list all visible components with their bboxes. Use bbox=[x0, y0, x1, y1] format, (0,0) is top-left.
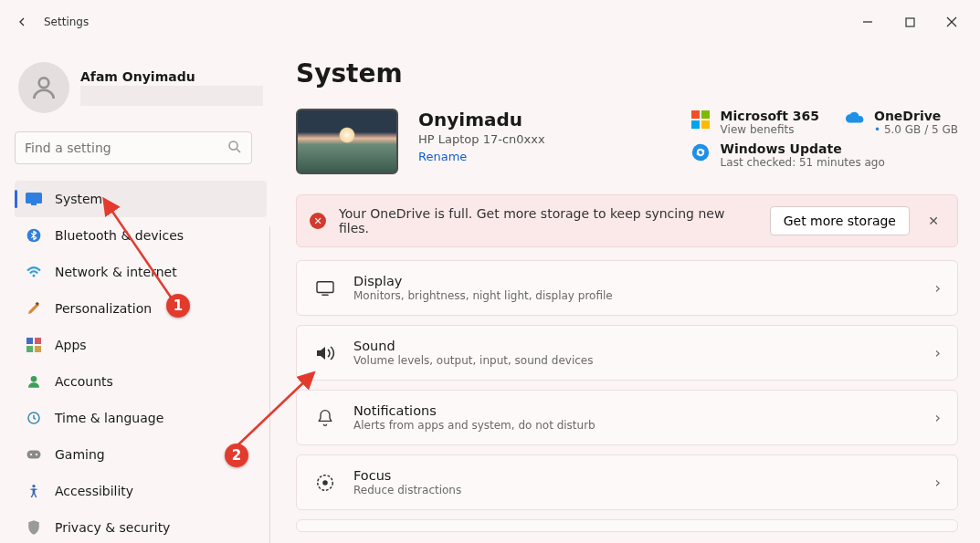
nav-item-personalization[interactable]: Personalization bbox=[15, 290, 267, 327]
chevron-right-icon: › bbox=[935, 279, 941, 297]
sidebar-scrollbar[interactable] bbox=[269, 226, 270, 543]
svg-rect-7 bbox=[26, 193, 42, 204]
focus-icon bbox=[313, 471, 337, 495]
search-input[interactable] bbox=[15, 131, 252, 164]
nav-item-system[interactable]: System bbox=[15, 181, 267, 217]
nav-item-time[interactable]: Time & language bbox=[15, 400, 267, 436]
card-title: Notifications bbox=[353, 403, 595, 418]
card-peek bbox=[296, 519, 958, 532]
card-title: Focus bbox=[353, 468, 461, 483]
tile-title: OneDrive bbox=[874, 109, 958, 123]
svg-point-5 bbox=[229, 141, 237, 150]
shield-icon bbox=[26, 519, 42, 536]
error-icon: ✕ bbox=[310, 213, 326, 229]
pc-model: HP Laptop 17-cn0xxx bbox=[418, 132, 545, 146]
user-profile[interactable]: Afam Onyimadu bbox=[15, 55, 267, 128]
minimize-icon bbox=[862, 16, 873, 27]
bluetooth-icon bbox=[26, 227, 42, 244]
svg-rect-18 bbox=[27, 451, 41, 459]
nav-label: Bluetooth & devices bbox=[55, 228, 184, 243]
nav-item-bluetooth[interactable]: Bluetooth & devices bbox=[15, 217, 267, 254]
account-icon bbox=[26, 373, 42, 390]
page-title: System bbox=[296, 58, 958, 89]
close-icon bbox=[946, 16, 957, 27]
svg-rect-15 bbox=[35, 346, 41, 352]
maximize-button[interactable] bbox=[889, 7, 931, 37]
search-box[interactable] bbox=[15, 131, 252, 164]
nav-item-privacy[interactable]: Privacy & security bbox=[15, 509, 267, 543]
content-area: Afam Onyimadu System Bluetooth & devices… bbox=[0, 44, 980, 543]
nav-label: Network & internet bbox=[55, 265, 177, 279]
status-tiles: Microsoft 365 View benefits OneDrive 5.0… bbox=[691, 109, 958, 169]
svg-rect-14 bbox=[26, 346, 33, 352]
svg-line-6 bbox=[237, 149, 240, 152]
nav-label: Gaming bbox=[55, 447, 105, 462]
tile-title: Microsoft 365 bbox=[721, 109, 819, 123]
tile-microsoft365[interactable]: Microsoft 365 View benefits bbox=[691, 109, 819, 136]
tile-title: Windows Update bbox=[721, 141, 885, 156]
tile-sub: View benefits bbox=[721, 123, 819, 136]
user-email-redacted bbox=[80, 86, 263, 106]
card-sub: Reduce distractions bbox=[353, 484, 461, 496]
svg-rect-8 bbox=[31, 204, 37, 205]
tile-sub: 5.0 GB / 5 GB bbox=[874, 123, 958, 136]
svg-point-26 bbox=[691, 144, 708, 161]
tile-onedrive[interactable]: OneDrive 5.0 GB / 5 GB bbox=[845, 109, 958, 136]
svg-point-10 bbox=[33, 275, 36, 277]
rename-link[interactable]: Rename bbox=[418, 150, 467, 163]
svg-point-19 bbox=[30, 454, 32, 455]
card-sound[interactable]: Sound Volume levels, output, input, soun… bbox=[296, 325, 958, 381]
hero-row: Onyimadu HP Laptop 17-cn0xxx Rename Micr… bbox=[296, 109, 958, 174]
svg-rect-25 bbox=[701, 120, 710, 129]
sound-icon bbox=[313, 341, 337, 365]
onedrive-icon bbox=[845, 110, 865, 131]
svg-rect-24 bbox=[691, 120, 700, 129]
svg-rect-22 bbox=[691, 110, 700, 119]
pc-info: Onyimadu HP Laptop 17-cn0xxx Rename bbox=[418, 109, 545, 164]
titlebar: Settings bbox=[0, 0, 980, 44]
svg-point-30 bbox=[322, 480, 328, 486]
arrow-left-icon bbox=[15, 15, 29, 29]
svg-rect-23 bbox=[701, 110, 710, 119]
onedrive-alert: ✕ Your OneDrive is full. Get more storag… bbox=[296, 194, 958, 247]
minimize-button[interactable] bbox=[847, 7, 889, 37]
window-title: Settings bbox=[44, 16, 89, 28]
card-title: Display bbox=[353, 274, 613, 288]
nav-label: Personalization bbox=[55, 301, 152, 316]
svg-point-4 bbox=[39, 78, 49, 88]
card-sub: Volume levels, output, input, sound devi… bbox=[353, 354, 593, 367]
back-button[interactable] bbox=[7, 7, 37, 37]
apps-icon bbox=[26, 337, 42, 353]
get-storage-button[interactable]: Get more storage bbox=[770, 206, 910, 235]
alert-text: Your OneDrive is full. Get more storage … bbox=[339, 206, 757, 235]
gamepad-icon bbox=[26, 446, 42, 463]
nav-item-apps[interactable]: Apps bbox=[15, 327, 267, 363]
nav-item-accessibility[interactable]: Accessibility bbox=[15, 473, 267, 509]
card-sub: Alerts from apps and system, do not dist… bbox=[353, 419, 595, 432]
settings-cards: Display Monitors, brightness, night ligh… bbox=[296, 260, 958, 532]
nav-item-network[interactable]: Network & internet bbox=[15, 254, 267, 290]
svg-rect-12 bbox=[26, 338, 33, 344]
card-display[interactable]: Display Monitors, brightness, night ligh… bbox=[296, 260, 958, 316]
wifi-icon bbox=[26, 264, 42, 280]
svg-rect-27 bbox=[317, 281, 333, 292]
alert-close-button[interactable]: ✕ bbox=[922, 214, 944, 228]
nav-label: Apps bbox=[55, 338, 87, 352]
card-focus[interactable]: Focus Reduce distractions › bbox=[296, 454, 958, 510]
pc-thumbnail bbox=[296, 109, 398, 174]
svg-point-16 bbox=[31, 376, 37, 382]
chevron-right-icon: › bbox=[935, 344, 941, 361]
card-sub: Monitors, brightness, night light, displ… bbox=[353, 289, 613, 302]
nav-item-accounts[interactable]: Accounts bbox=[15, 363, 267, 400]
monitor-icon bbox=[313, 277, 337, 300]
svg-rect-13 bbox=[35, 338, 41, 344]
microsoft-icon bbox=[691, 110, 711, 131]
close-button[interactable] bbox=[931, 7, 973, 37]
window-controls bbox=[847, 7, 973, 37]
annotation-badge-1: 1 bbox=[166, 294, 190, 318]
svg-rect-1 bbox=[906, 18, 914, 26]
pc-name: Onyimadu bbox=[418, 109, 545, 131]
card-notifications[interactable]: Notifications Alerts from apps and syste… bbox=[296, 390, 958, 445]
card-title: Sound bbox=[353, 339, 593, 353]
tile-windows-update[interactable]: Windows Update Last checked: 51 minutes … bbox=[691, 141, 958, 169]
